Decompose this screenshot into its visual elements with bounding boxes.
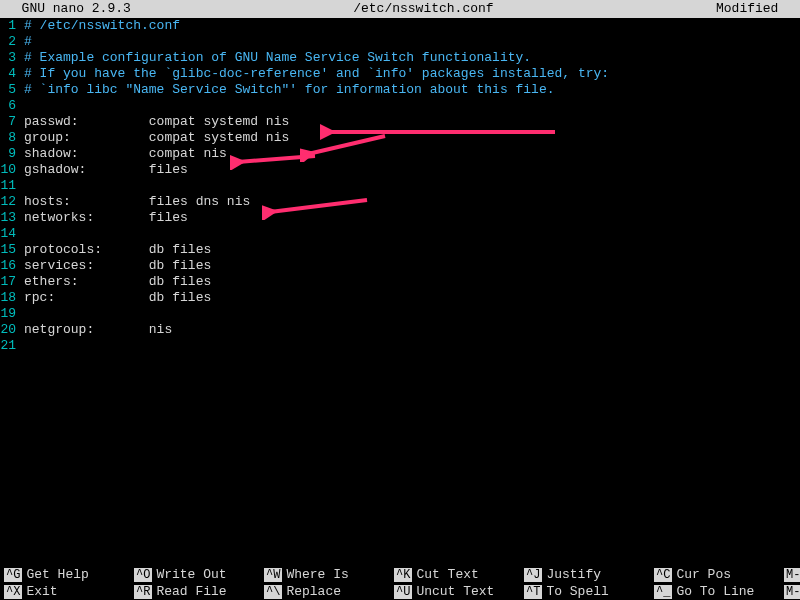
line-number: 14: [0, 226, 18, 242]
shortcut-key: ^G: [4, 568, 22, 582]
shortcut-key: ^U: [394, 585, 412, 599]
shortcut-item[interactable]: ^XExit: [4, 584, 134, 599]
editor-line[interactable]: 3# Example configuration of GNU Name Ser…: [0, 50, 800, 66]
editor-line[interactable]: 1# /etc/nsswitch.conf: [0, 18, 800, 34]
editor-line[interactable]: 4# If you have the `glibc-doc-reference'…: [0, 66, 800, 82]
shortcut-key: ^C: [654, 568, 672, 582]
shortcut-item[interactable]: ^JJustify: [524, 567, 654, 582]
shortcut-key: ^W: [264, 568, 282, 582]
shortcut-label: Uncut Text: [416, 584, 494, 599]
editor-line[interactable]: 8group: compat systemd nis: [0, 130, 800, 146]
editor-line[interactable]: 12hosts: files dns nis: [0, 194, 800, 210]
shortcut-item[interactable]: ^\Replace: [264, 584, 394, 599]
line-number: 17: [0, 274, 18, 290]
shortcut-key: ^T: [524, 585, 542, 599]
editor-area[interactable]: 1# /etc/nsswitch.conf2#3# Example config…: [0, 18, 800, 558]
shortcut-item[interactable]: ^CCur Pos: [654, 567, 784, 582]
line-content: ethers: db files: [18, 274, 211, 290]
file-path: /etc/nsswitch.conf: [353, 1, 493, 17]
editor-line[interactable]: 14: [0, 226, 800, 242]
line-content: # Example configuration of GNU Name Serv…: [18, 50, 531, 66]
title-bar: GNU nano 2.9.3 /etc/nsswitch.conf Modifi…: [0, 0, 800, 18]
shortcut-key: ^X: [4, 585, 22, 599]
line-content: services: db files: [18, 258, 211, 274]
shortcut-label: To Spell: [546, 584, 608, 599]
shortcut-item[interactable]: M-ERedo: [784, 584, 800, 599]
line-number: 20: [0, 322, 18, 338]
line-number: 9: [0, 146, 18, 162]
shortcut-item[interactable]: ^TTo Spell: [524, 584, 654, 599]
line-content: gshadow: files: [18, 162, 188, 178]
shortcut-key: M-E: [784, 585, 800, 599]
line-number: 10: [0, 162, 18, 178]
shortcut-label: Justify: [546, 567, 601, 582]
shortcut-label: Go To Line: [676, 584, 754, 599]
line-number: 5: [0, 82, 18, 98]
line-number: 13: [0, 210, 18, 226]
shortcut-item[interactable]: ^OWrite Out: [134, 567, 264, 582]
line-content: group: compat systemd nis: [18, 130, 289, 146]
editor-line[interactable]: 19: [0, 306, 800, 322]
shortcut-label: Where Is: [286, 567, 348, 582]
shortcut-label: Read File: [156, 584, 226, 599]
editor-line[interactable]: 5# `info libc "Name Service Switch"' for…: [0, 82, 800, 98]
line-number: 2: [0, 34, 18, 50]
shortcut-label: Write Out: [156, 567, 226, 582]
line-number: 11: [0, 178, 18, 194]
line-content: [18, 306, 24, 322]
shortcut-item[interactable]: ^RRead File: [134, 584, 264, 599]
shortcut-key: M-U: [784, 568, 800, 582]
editor-line[interactable]: 17ethers: db files: [0, 274, 800, 290]
line-content: # If you have the `glibc-doc-reference' …: [18, 66, 609, 82]
line-content: [18, 178, 24, 194]
shortcut-key: ^O: [134, 568, 152, 582]
editor-line[interactable]: 11: [0, 178, 800, 194]
modified-status: Modified: [716, 1, 794, 17]
editor-line[interactable]: 15protocols: db files: [0, 242, 800, 258]
editor-line[interactable]: 10gshadow: files: [0, 162, 800, 178]
shortcut-item[interactable]: ^UUncut Text: [394, 584, 524, 599]
line-content: #: [18, 34, 32, 50]
line-number: 12: [0, 194, 18, 210]
editor-line[interactable]: 21: [0, 338, 800, 354]
line-number: 8: [0, 130, 18, 146]
shortcut-item[interactable]: ^KCut Text: [394, 567, 524, 582]
line-content: rpc: db files: [18, 290, 211, 306]
shortcut-label: Exit: [26, 584, 57, 599]
line-content: [18, 226, 24, 242]
shortcut-item[interactable]: ^GGet Help: [4, 567, 134, 582]
line-number: 4: [0, 66, 18, 82]
editor-line[interactable]: 16services: db files: [0, 258, 800, 274]
editor-line[interactable]: 18rpc: db files: [0, 290, 800, 306]
shortcut-item[interactable]: ^WWhere Is: [264, 567, 394, 582]
shortcut-label: Cut Text: [416, 567, 478, 582]
line-content: # /etc/nsswitch.conf: [18, 18, 180, 34]
shortcut-key: ^R: [134, 585, 152, 599]
editor-line[interactable]: 7passwd: compat systemd nis: [0, 114, 800, 130]
line-content: protocols: db files: [18, 242, 211, 258]
shortcut-label: Cur Pos: [676, 567, 731, 582]
editor-line[interactable]: 9shadow: compat nis: [0, 146, 800, 162]
line-content: [18, 338, 24, 354]
editor-line[interactable]: 6: [0, 98, 800, 114]
shortcut-bar: ^GGet Help^OWrite Out^WWhere Is^KCut Tex…: [0, 566, 800, 600]
line-content: [18, 98, 24, 114]
shortcut-key: ^_: [654, 585, 672, 599]
shortcut-item[interactable]: ^_Go To Line: [654, 584, 784, 599]
line-number: 6: [0, 98, 18, 114]
shortcut-key: ^\: [264, 585, 282, 599]
app-name: GNU nano 2.9.3: [6, 1, 131, 17]
shortcut-label: Get Help: [26, 567, 88, 582]
line-number: 3: [0, 50, 18, 66]
line-content: netgroup: nis: [18, 322, 172, 338]
line-content: # `info libc "Name Service Switch"' for …: [18, 82, 555, 98]
editor-line[interactable]: 2#: [0, 34, 800, 50]
editor-line[interactable]: 13networks: files: [0, 210, 800, 226]
line-number: 15: [0, 242, 18, 258]
shortcut-item[interactable]: M-UUndo: [784, 567, 800, 582]
line-number: 1: [0, 18, 18, 34]
line-content: networks: files: [18, 210, 188, 226]
editor-line[interactable]: 20netgroup: nis: [0, 322, 800, 338]
line-number: 7: [0, 114, 18, 130]
line-content: hosts: files dns nis: [18, 194, 250, 210]
